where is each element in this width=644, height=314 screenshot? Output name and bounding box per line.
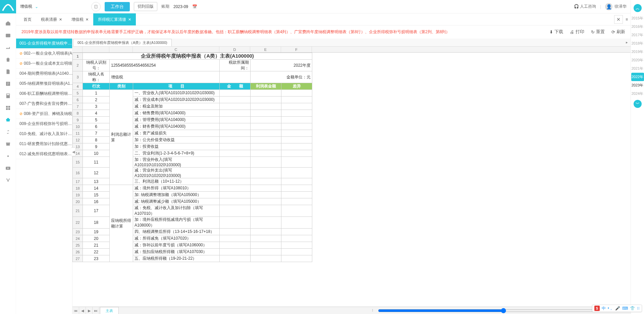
consult-link[interactable]: 🎧 人工咨询 — [574, 4, 596, 9]
tabs-row: 首页税表清册 ✕增值税 ✕所得税汇算清缴 ✕ ✕ ≡ — [16, 13, 631, 25]
form-list: 001-企业所得税年度纳税申…⊘002-一般企业收入明细表(A1…⊘003-一般… — [16, 39, 72, 314]
close-icon[interactable]: ✕ — [59, 13, 62, 25]
nav-chart-icon[interactable] — [0, 42, 16, 54]
table-row: 1915加: 纳税调整增加额（填写A105000） — [73, 192, 312, 198]
tab-3[interactable]: 所得税汇算清缴 ✕ — [93, 13, 136, 25]
year-2024年[interactable]: 2024年 — [631, 89, 644, 98]
sheet-bottom-tab[interactable]: 主表 — [100, 307, 119, 314]
download-button[interactable]: ⬇ 下载 — [549, 29, 563, 35]
nav-report-icon[interactable] — [0, 78, 16, 90]
table-row: 1410二、营业利润(1-2-3-4-5-6-7+8+9) — [73, 150, 312, 157]
year-up-icon[interactable]: ︽ — [634, 4, 642, 12]
nav-settings-icon[interactable] — [0, 150, 16, 162]
sheet-nav-prev[interactable]: ◀ — [79, 307, 86, 314]
sheet-nav-next[interactable]: ▶ — [86, 307, 93, 314]
list-collapse-handle[interactable]: ◀ — [71, 147, 76, 156]
form-item-5[interactable]: 006-职工薪酬纳税调整明细… — [16, 89, 72, 99]
table-row: 128加：公允价值变动收益 — [73, 137, 312, 143]
year-down-icon[interactable]: ︾ — [634, 100, 642, 108]
nav-grid-icon[interactable] — [0, 102, 16, 114]
form-item-8[interactable]: 009-企业所得税弥补亏损明… — [16, 119, 72, 129]
group2-label: 应纳税所得额计算 — [110, 185, 133, 262]
warn-icon: ⊘ — [19, 51, 22, 56]
nav-v-icon[interactable] — [0, 174, 16, 186]
tab-2[interactable]: 增值税 ✕ — [67, 13, 93, 25]
close-icon[interactable]: ✕ — [86, 13, 89, 25]
nav-video-icon[interactable] — [0, 162, 16, 174]
sheet-expand-icon[interactable]: ▸ — [623, 40, 631, 45]
table-row: 51利润总额计算一、营业收入(填写A101010\101020\103000) — [73, 90, 312, 97]
nav-archive-icon[interactable] — [0, 138, 16, 150]
nav-home-icon[interactable] — [0, 17, 16, 29]
header-doc-icon[interactable] — [91, 2, 101, 11]
year-2023年[interactable]: 2023年 — [631, 81, 644, 89]
print-button[interactable]: 🖨 打印 — [570, 29, 584, 35]
table-row: 73减：税金及附加 — [73, 103, 312, 110]
year-2022年[interactable]: 2022年 — [631, 73, 644, 81]
ime-keyboard-icon[interactable]: ⌨ — [622, 306, 628, 311]
switch-old-button[interactable]: 切到旧版 — [134, 2, 157, 11]
org-selector[interactable]: 增值税 ⌄ — [20, 4, 87, 9]
table-row: 106减：财务费用(填写A104000) — [73, 123, 312, 130]
nav-bag-icon[interactable] — [0, 54, 16, 66]
svg-rect-5 — [8, 106, 10, 108]
ime-menu-icon[interactable]: ⁝⁝ — [637, 306, 640, 311]
refresh-button[interactable]: ⟳ 刷新 — [611, 29, 625, 35]
sheet-nav-first[interactable]: ⏮ — [72, 307, 79, 314]
form-item-4[interactable]: 005-纳税调整项目明细表(A1… — [16, 79, 72, 89]
sheet-bottom-bar: ⏮ ◀ ▶ ⏭ 主表 ⁝ — [72, 307, 631, 314]
year-2019年[interactable]: 2019年 — [631, 48, 644, 56]
svg-rect-3 — [7, 94, 9, 95]
form-item-10[interactable]: 011-研发费用加计扣除优惠… — [16, 139, 72, 149]
table-row: 1511加：营业外收入(填写A101010\101020\103000) — [73, 157, 312, 168]
form-item-11[interactable]: 012-减免所得税优惠明细表… — [16, 149, 72, 159]
calendar-icon[interactable]: 📅 — [192, 4, 197, 9]
chevron-down-icon: ⌄ — [35, 4, 38, 9]
form-item-2[interactable]: ⊘003-一般企业成本支出明细… — [16, 59, 72, 69]
tabs-menu-icon[interactable]: ≡ — [626, 17, 628, 22]
sheet: 001-企业所得税年度纳税申报表（A类）主表(A100000) ▸ C D E … — [72, 39, 631, 314]
year-2020年[interactable]: 2020年 — [631, 56, 644, 64]
ime-punct-icon[interactable]: •， — [608, 306, 613, 311]
year-2017年[interactable]: 2017年 — [631, 31, 644, 39]
table-row: 1713三、利润总额（10+11-12） — [73, 178, 312, 185]
table-row: 1612减：营业外支出(填写A102010\102020\103000) — [73, 168, 312, 178]
nav-doc-icon[interactable] — [0, 66, 16, 78]
close-icon[interactable]: ✕ — [128, 13, 131, 25]
svg-rect-8 — [6, 143, 10, 144]
year-2021年[interactable]: 2021年 — [631, 64, 644, 73]
year-2015年[interactable]: 2015年 — [631, 14, 644, 22]
workspace-button[interactable]: 工作台 — [105, 2, 130, 11]
svg-rect-7 — [8, 108, 10, 110]
user-name: 徐泽华 — [614, 4, 627, 9]
nav-transfer-icon[interactable] — [0, 126, 16, 138]
nav-card-icon[interactable] — [0, 29, 16, 42]
period-value[interactable]: 2023-09 — [173, 4, 188, 9]
table-row: 2622减：抵扣应纳税所得额（填写A107030） — [73, 249, 312, 255]
form-item-3[interactable]: 004-期间费用明细表(A1040… — [16, 69, 72, 79]
form-item-1[interactable]: ⊘002-一般企业收入明细表(A1… — [16, 49, 72, 59]
form-item-6[interactable]: 007-广告费和业务宣传费跨… — [16, 99, 72, 109]
tab-0[interactable]: 首页 — [19, 13, 36, 25]
reset-button[interactable]: ↻ 重置 — [591, 29, 605, 35]
nav-tax-icon[interactable] — [0, 114, 16, 126]
ime-mic-icon[interactable]: 🎤 — [615, 306, 620, 311]
ime-skin-icon[interactable]: 👕 — [630, 306, 635, 311]
table-row: 2319四、纳税调整后所得（13-14+15-16-17+18） — [73, 229, 312, 235]
sheet-nav-last[interactable]: ⏭ — [93, 307, 99, 314]
form-item-0[interactable]: 001-企业所得税年度纳税申… — [16, 39, 72, 49]
form-item-9[interactable]: 010-免税、减计收入及加计… — [16, 129, 72, 139]
tabs-close-all[interactable]: ✕ — [614, 15, 623, 24]
ime-bar[interactable]: S 中 •， 🎤 ⌨ 👕 ⁝⁝ — [592, 305, 642, 312]
form-item-7[interactable]: ⊘008-资产折旧、摊销及纳税… — [16, 109, 72, 119]
sheet-top-tab[interactable]: 001-企业所得税年度纳税申报表（A类）主表(A100000) — [73, 39, 172, 46]
year-2016年[interactable]: 2016年 — [631, 22, 644, 31]
nav-calc-icon[interactable] — [0, 90, 16, 102]
h-scrollbar[interactable] — [378, 309, 629, 313]
tab-1[interactable]: 税表清册 ✕ — [36, 13, 67, 25]
year-2018年[interactable]: 2018年 — [631, 39, 644, 48]
table-row: 2723五、应纳税所得额（19-20-21-22） — [73, 255, 312, 262]
table-row: 95减：管理费用(填写A104000) — [73, 117, 312, 123]
user-menu[interactable]: 👤 徐泽华 — [605, 3, 627, 10]
spreadsheet-table[interactable]: 1企业所得税年度纳税申报表（A类）主表(A100000) 2 纳税人识别号： 1… — [72, 53, 312, 262]
